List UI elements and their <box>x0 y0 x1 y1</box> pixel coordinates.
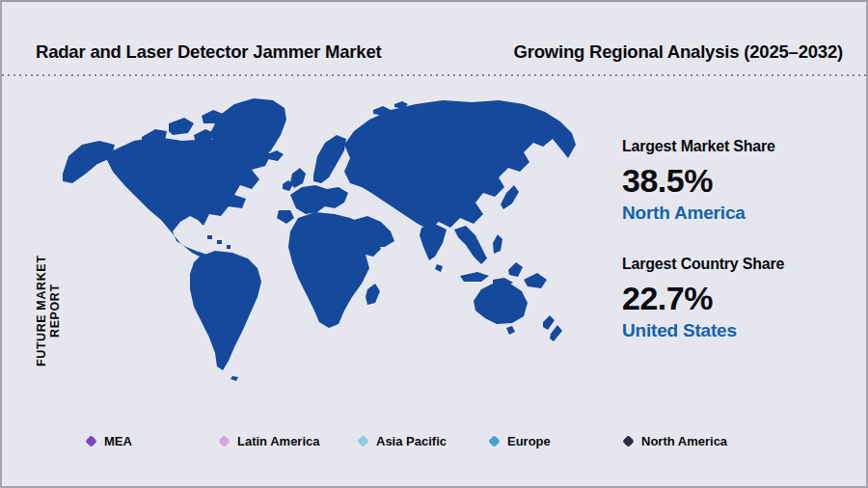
legend-label: Latin America <box>237 434 320 448</box>
stat-value: 22.7% <box>622 280 863 317</box>
legend-dot-icon <box>488 435 501 447</box>
title-left: Radar and Laser Detector Jammer Market <box>36 41 381 63</box>
legend-dot-icon <box>622 435 635 447</box>
map-oceania <box>460 262 562 341</box>
dotted-divider <box>2 73 866 76</box>
page-title: Radar and Laser Detector Jammer Market G… <box>36 41 843 63</box>
legend-label: North America <box>641 434 727 448</box>
infographic-frame: Radar and Laser Detector Jammer Market G… <box>0 0 868 488</box>
map-europe <box>267 135 348 224</box>
stat-region: United States <box>622 320 863 341</box>
legend-item-mea: MEA <box>87 432 132 449</box>
legend-dot-icon <box>357 435 369 447</box>
legend-dot-icon <box>85 435 97 447</box>
legend-label: MEA <box>104 434 132 448</box>
stat-label: Largest Market Share <box>622 138 863 155</box>
legend-label: Asia Pacific <box>376 434 447 448</box>
stat-value: 38.5% <box>622 162 863 200</box>
stat-region: North America <box>622 203 863 224</box>
map-asia <box>344 100 576 272</box>
legend-label: Europe <box>507 434 551 448</box>
world-map-svg <box>55 91 595 390</box>
stat-label: Largest Country Share <box>622 256 863 273</box>
legend-item-asia-pacific: Asia Pacific <box>359 432 447 449</box>
legend-item-europe: Europe <box>490 432 551 449</box>
stat-largest-country-share: Largest Country Share 22.7% United State… <box>622 256 863 341</box>
world-map <box>55 91 595 390</box>
title-right: Growing Regional Analysis (2025–2032) <box>514 41 844 63</box>
legend-item-latin-america: Latin America <box>220 432 320 449</box>
stat-largest-market-share: Largest Market Share 38.5% North America <box>622 138 863 224</box>
legend-item-north-america: North America <box>624 432 727 449</box>
legend-dot-icon <box>218 435 231 447</box>
map-south-america <box>190 251 261 381</box>
map-north-america <box>63 98 286 264</box>
